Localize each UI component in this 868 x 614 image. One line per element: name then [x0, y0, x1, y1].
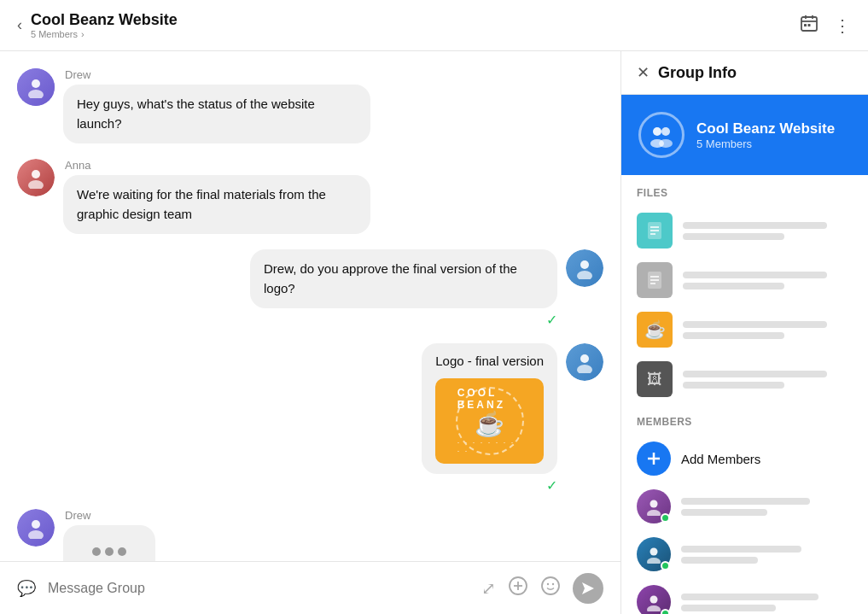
- panel-title: Group Info: [658, 64, 737, 82]
- members-subtitle[interactable]: 5 Members ›: [31, 29, 800, 39]
- avatar-drew: [17, 68, 55, 106]
- svg-point-19: [542, 577, 559, 594]
- add-members-label: Add Members: [681, 452, 760, 466]
- file-meta-line-4: [683, 382, 784, 389]
- file-name-line: [683, 222, 827, 229]
- file-meta-line-3: [683, 332, 784, 339]
- file-thumbnail-3: ☕: [637, 312, 673, 348]
- message-input[interactable]: [48, 581, 469, 596]
- file-info-2: [683, 272, 853, 289]
- member-avatar-1: [637, 489, 671, 523]
- svg-point-14: [32, 520, 40, 529]
- avatar-anna: [17, 159, 55, 196]
- header-title-area: Cool Beanz Website 5 Members ›: [31, 11, 800, 39]
- member-role-line: [681, 509, 767, 516]
- bubble-wrap-logo: Logo - final version COOL BEANZ ☕ · · · …: [422, 343, 557, 494]
- send-button[interactable]: [573, 573, 603, 604]
- svg-point-22: [653, 127, 661, 136]
- app-container: ‹ Cool Beanz Website 5 Members › ⋮: [0, 0, 868, 614]
- main: Drew Hey guys, what's the status of the …: [0, 51, 868, 614]
- file-thumbnail-2: [637, 262, 673, 298]
- header-actions: ⋮: [800, 14, 851, 37]
- file-item-3: ☕: [621, 305, 868, 354]
- bubble-wrap-typing: Drew: [63, 509, 155, 561]
- file-info-4: [683, 371, 853, 389]
- subtitle-chevron: ›: [81, 29, 84, 39]
- svg-point-15: [28, 530, 44, 539]
- read-receipt: ✓: [546, 312, 557, 328]
- online-status-3: [661, 609, 670, 614]
- message-row-outgoing: Drew, do you approve the final version o…: [17, 249, 603, 328]
- svg-point-6: [32, 79, 40, 88]
- message-input-bar: 💬 ⤢: [0, 561, 620, 614]
- expand-icon[interactable]: ⤢: [481, 578, 496, 599]
- logo-circle: COOL BEANZ ☕ · · · · · · · · · ·: [456, 387, 524, 455]
- online-status-2: [661, 561, 670, 570]
- chat-icon: 💬: [17, 579, 36, 598]
- svg-point-7: [28, 90, 44, 98]
- file-info: [683, 222, 853, 240]
- messages-list: Drew Hey guys, what's the status of the …: [0, 51, 620, 561]
- svg-rect-5: [808, 24, 811, 26]
- message-bubble: Hey guys, what's the status of the websi…: [63, 85, 370, 143]
- svg-point-38: [650, 548, 658, 556]
- file-item: [621, 255, 868, 305]
- add-members-button[interactable]: Add Members: [621, 435, 868, 482]
- member-info-3: [681, 594, 853, 611]
- member-avatar-2: [637, 537, 671, 571]
- members-section-title: MEMBERS: [621, 404, 868, 435]
- add-icon[interactable]: [508, 576, 528, 600]
- svg-point-41: [647, 605, 661, 611]
- online-status: [661, 513, 670, 523]
- group-banner-name: Cool Beanz Website: [696, 120, 835, 137]
- right-panel: ✕ Group Info Cool Beanz Website 5 Member…: [620, 51, 868, 614]
- file-meta-line-2: [683, 283, 784, 289]
- message-row: Drew Hey guys, what's the status of the …: [17, 68, 603, 143]
- files-section-title: FILES: [621, 175, 868, 206]
- typing-bubble: [63, 525, 155, 561]
- svg-point-21: [552, 583, 554, 585]
- more-icon[interactable]: ⋮: [834, 15, 851, 36]
- bubble-wrap-outgoing: Drew, do you approve the final version o…: [250, 249, 557, 328]
- message-bubble-outgoing: Drew, do you approve the final version o…: [250, 249, 557, 308]
- svg-point-11: [577, 271, 592, 279]
- svg-point-25: [659, 139, 673, 148]
- member-info-2: [681, 546, 853, 564]
- file-info-3: [683, 321, 853, 339]
- close-icon[interactable]: ✕: [637, 63, 650, 82]
- chat-area: Drew Hey guys, what's the status of the …: [0, 51, 620, 614]
- logo-image: COOL BEANZ ☕ · · · · · · · · · ·: [435, 378, 544, 464]
- calendar-icon[interactable]: [800, 14, 818, 37]
- member-role-line-2: [681, 557, 758, 564]
- member-item: [621, 482, 868, 530]
- bubble-wrap: Anna We're waiting for the final materia…: [63, 159, 370, 234]
- member-name-line-3: [681, 594, 818, 600]
- logo-text-bottom: · · · · · · · · · ·: [457, 438, 522, 455]
- dot-1: [92, 547, 101, 556]
- member-item-3: [621, 578, 868, 614]
- svg-point-20: [547, 583, 549, 585]
- member-role-line-3: [681, 605, 776, 611]
- svg-point-23: [661, 127, 670, 136]
- svg-point-12: [580, 354, 589, 363]
- file-meta-line: [683, 233, 784, 240]
- member-item-2: [621, 530, 868, 578]
- chat-title: Cool Beanz Website: [31, 11, 800, 29]
- svg-rect-4: [804, 24, 807, 26]
- svg-point-40: [650, 596, 658, 604]
- member-name-line: [681, 498, 810, 505]
- svg-point-9: [28, 180, 44, 189]
- sender-name-typing: Drew: [63, 509, 155, 522]
- emoji-icon[interactable]: [540, 576, 561, 600]
- add-circle-icon: [637, 441, 671, 476]
- members-count: 5 Members: [31, 29, 78, 39]
- back-button[interactable]: ‹: [17, 16, 22, 34]
- avatar-drew-2: [17, 509, 55, 547]
- file-thumbnail-4: 🖼: [637, 361, 673, 397]
- group-banner-info: Cool Beanz Website 5 Members: [696, 120, 835, 150]
- file-name-line-2: [683, 272, 827, 278]
- dot-3: [118, 547, 126, 556]
- svg-point-13: [577, 365, 592, 373]
- sender-name: Anna: [63, 159, 370, 172]
- member-avatar-3: [637, 585, 671, 614]
